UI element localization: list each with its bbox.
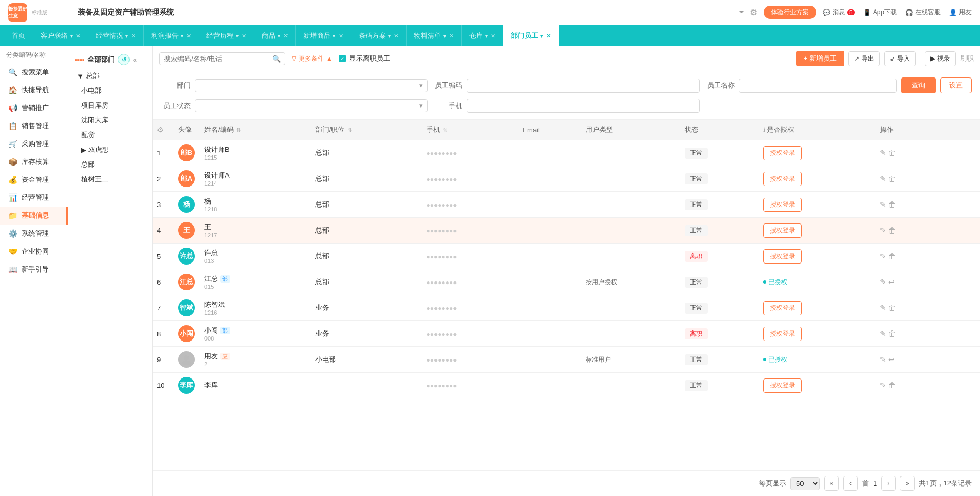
th-phone-sort[interactable]: ⇅: [443, 127, 447, 133]
sidebar-item-collab[interactable]: 🤝 企业协同: [0, 242, 68, 260]
tab-business[interactable]: 经营情况 ▾✕: [88, 25, 144, 46]
dept-tree-collapse[interactable]: «: [133, 55, 137, 64]
next-page-btn[interactable]: ›: [881, 476, 896, 491]
experience-btn[interactable]: 体验行业方案: [764, 6, 816, 19]
show-resign-wrap[interactable]: ✓ 显示离职员工: [339, 54, 390, 63]
edit-btn-9[interactable]: ✎: [880, 355, 886, 364]
dept-node-xiangmu[interactable]: 项目库房: [68, 98, 152, 113]
tab-journey-close[interactable]: ✕: [242, 33, 246, 40]
edit-btn-6[interactable]: ✎: [880, 278, 886, 286]
delete-btn-2[interactable]: 🗑: [888, 174, 896, 183]
search-icon-btn[interactable]: 🔍: [272, 55, 281, 63]
auth-btn-7[interactable]: 授权登录: [763, 301, 802, 315]
sidebar-item-nav[interactable]: 🏠 快捷导航: [0, 81, 68, 99]
set-btn[interactable]: 设置: [940, 77, 972, 93]
sidebar-item-sales[interactable]: 📋 销售管理: [0, 117, 68, 135]
tab-customer-close[interactable]: ✕: [76, 33, 81, 40]
edit-btn-3[interactable]: ✎: [880, 200, 886, 209]
tab-journey[interactable]: 经营历程 ▾✕: [199, 25, 254, 46]
sidebar-search-input[interactable]: [6, 51, 68, 59]
prev-page-btn[interactable]: ‹: [843, 476, 858, 491]
delete-btn-6[interactable]: ↩: [888, 278, 895, 286]
edit-btn-2[interactable]: ✎: [880, 174, 886, 183]
tab-warehouse[interactable]: 仓库 ▾✕: [462, 25, 503, 46]
more-filter-btn[interactable]: ▽ 更多条件 ▲: [292, 54, 332, 63]
auth-btn-5[interactable]: 授权登录: [763, 249, 802, 264]
emp-code-input[interactable]: [467, 79, 699, 93]
dept-node-zongbu[interactable]: 总部: [68, 157, 152, 172]
view-btn[interactable]: ▶ 视录: [925, 51, 956, 66]
emp-status-select[interactable]: ▾: [195, 99, 428, 112]
edit-btn-1[interactable]: ✎: [880, 149, 886, 157]
print-btn[interactable]: 刷职: [960, 54, 974, 63]
dept-node-peihuo[interactable]: 配货: [68, 128, 152, 142]
edit-btn-8[interactable]: ✎: [880, 329, 886, 338]
delete-btn-3[interactable]: 🗑: [888, 200, 896, 209]
col-settings-icon[interactable]: ⚙: [157, 125, 164, 134]
sidebar-item-search[interactable]: 🔍 搜索菜单: [0, 63, 68, 81]
dept-node-root[interactable]: ▼ 总部: [68, 69, 152, 83]
query-btn[interactable]: 查询: [901, 77, 936, 93]
tab-home[interactable]: 首页: [4, 25, 33, 46]
delete-btn-8[interactable]: 🗑: [888, 329, 896, 338]
dept-node-xiaodian[interactable]: 小电部: [68, 83, 152, 98]
sidebar-item-guide[interactable]: 📖 新手引导: [0, 260, 68, 278]
settings-icon[interactable]: ⚙: [750, 7, 757, 17]
delete-btn-9[interactable]: ↩: [888, 355, 895, 364]
tab-warehouse-close[interactable]: ✕: [491, 33, 496, 40]
tab-new-goods-close[interactable]: ✕: [339, 33, 343, 40]
sidebar-item-system[interactable]: ⚙️ 系统管理: [0, 225, 68, 242]
delete-btn-4[interactable]: 🗑: [888, 226, 896, 235]
sidebar-item-marketing[interactable]: 📢 营销推广: [0, 99, 68, 117]
tab-new-goods[interactable]: 新增商品 ▾✕: [296, 25, 351, 46]
th-name-sort[interactable]: ⇅: [236, 127, 241, 133]
auth-btn-8[interactable]: 授权登录: [763, 327, 802, 341]
tab-employee[interactable]: 部门员工 ▾✕: [503, 25, 559, 46]
show-resign-checkbox[interactable]: ✓: [339, 55, 346, 62]
sidebar-item-purchase[interactable]: 🛒 采购管理: [0, 135, 68, 153]
sidebar-item-basic-info[interactable]: 📁 基础信息: [0, 207, 68, 225]
emp-name-input[interactable]: [739, 79, 897, 93]
auth-btn-4[interactable]: 授权登录: [763, 223, 802, 238]
dept-filter-select[interactable]: ▾: [195, 79, 428, 92]
edit-btn-7[interactable]: ✎: [880, 304, 886, 312]
export-btn[interactable]: ↗ 导出: [848, 51, 880, 66]
edit-btn-10[interactable]: ✎: [880, 381, 886, 390]
message-action[interactable]: 💬 消息 5: [823, 8, 855, 17]
tab-bom[interactable]: 物料清单 ▾✕: [407, 25, 462, 46]
auth-btn-10[interactable]: 授权登录: [763, 378, 802, 393]
delete-btn-7[interactable]: 🗑: [888, 304, 896, 312]
tab-barcode-close[interactable]: ✕: [394, 33, 399, 40]
tab-business-close[interactable]: ✕: [131, 33, 136, 40]
auth-btn-3[interactable]: 授权登录: [763, 198, 802, 212]
dept-node-shenyang[interactable]: 沈阳大库: [68, 113, 152, 128]
sidebar-item-inventory[interactable]: 📦 库存核算: [0, 153, 68, 171]
edit-btn-5[interactable]: ✎: [880, 252, 886, 260]
delete-btn-10[interactable]: 🗑: [888, 381, 896, 390]
tab-bom-close[interactable]: ✕: [449, 33, 454, 40]
auth-btn-1[interactable]: 授权登录: [763, 146, 802, 160]
dept-node-zhishu[interactable]: 植树王二: [68, 172, 152, 187]
edit-btn-4[interactable]: ✎: [880, 226, 886, 235]
add-employee-btn[interactable]: + 新增员工: [796, 51, 844, 66]
auth-btn-2[interactable]: 授权登录: [763, 172, 802, 186]
tab-goods[interactable]: 商品 ▾✕: [254, 25, 296, 46]
online-service-action[interactable]: 🎧 在线客服: [905, 8, 941, 17]
th-dept-sort[interactable]: ⇅: [348, 127, 352, 133]
tab-profit-close[interactable]: ✕: [186, 33, 191, 40]
user-action[interactable]: 👤 用友: [949, 8, 972, 17]
tab-employee-close[interactable]: ✕: [546, 33, 551, 40]
tab-customer[interactable]: 客户联络 ▾✕: [33, 25, 88, 46]
delete-btn-5[interactable]: 🗑: [888, 252, 896, 260]
last-page-btn[interactable]: »: [900, 476, 915, 491]
per-page-select[interactable]: 50 100 200: [790, 477, 820, 490]
search-input[interactable]: [164, 55, 269, 63]
app-download-action[interactable]: 📱 App下载: [863, 8, 897, 17]
dept-tree-refresh[interactable]: ↺: [118, 54, 130, 65]
system-title-arrow[interactable]: [739, 11, 744, 15]
tab-goods-close[interactable]: ✕: [283, 33, 288, 40]
tab-profit[interactable]: 利润报告 ▾✕: [144, 25, 199, 46]
sidebar-item-finance[interactable]: 💰 资金管理: [0, 171, 68, 189]
delete-btn-1[interactable]: 🗑: [888, 149, 896, 157]
dept-node-shuanghu[interactable]: ▶ 双虎想: [68, 142, 152, 157]
